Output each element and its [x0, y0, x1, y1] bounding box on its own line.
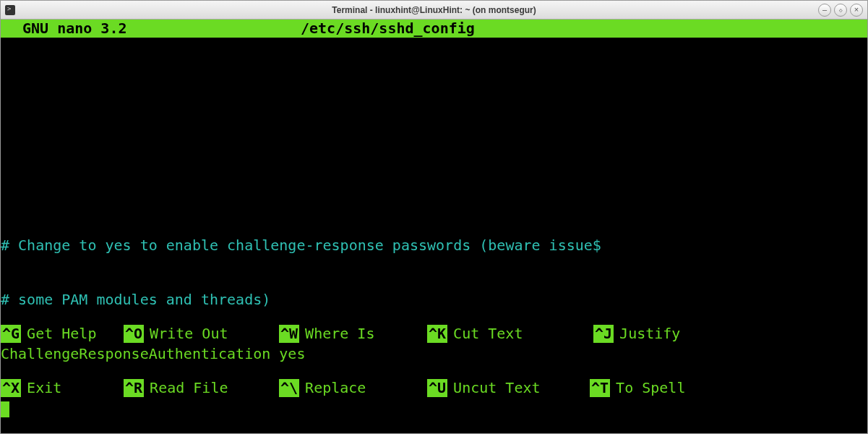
shortcut-write-out[interactable]: ^OWrite Out	[124, 325, 279, 343]
key-label: ^U	[427, 379, 447, 397]
shortcut-label: Exit	[21, 379, 67, 397]
shortcut-justify[interactable]: ^JJustify	[593, 325, 686, 343]
blank-line	[1, 182, 867, 200]
shortcut-to-spell[interactable]: ^TTo Spell	[590, 379, 691, 397]
shortcut-label: Write Out	[144, 325, 233, 343]
shortcut-label: Justify	[614, 325, 686, 343]
window-title: Terminal - linuxhint@LinuxHint: ~ (on mo…	[332, 5, 536, 15]
key-label: ^J	[593, 325, 614, 343]
shortcut-row-2: ^XExit ^RRead File ^\Replace ^UUncut Tex…	[1, 379, 867, 397]
blank-line	[1, 128, 867, 146]
nano-file-path: /etc/ssh/sshd_config	[301, 20, 475, 38]
key-label: ^\	[279, 379, 299, 397]
minimize-button[interactable]: –	[818, 4, 831, 17]
close-button[interactable]: ×	[850, 4, 863, 17]
shortcut-cut-text[interactable]: ^KCut Text	[427, 325, 593, 343]
key-label: ^K	[427, 325, 447, 343]
shortcut-label: Get Help	[21, 325, 102, 343]
key-label: ^G	[1, 325, 21, 343]
shortcut-label: Replace	[299, 379, 371, 397]
shortcut-where-is[interactable]: ^WWhere Is	[279, 325, 427, 343]
key-label: ^R	[124, 379, 144, 397]
maximize-button[interactable]: ⬦	[834, 4, 847, 17]
shortcut-row-1: ^GGet Help ^OWrite Out ^WWhere Is ^KCut …	[1, 325, 867, 343]
key-label: ^X	[1, 379, 21, 397]
titlebar-left	[5, 5, 15, 15]
shortcut-get-help[interactable]: ^GGet Help	[1, 325, 124, 343]
terminal-window: Terminal - linuxhint@LinuxHint: ~ (on mo…	[0, 0, 868, 434]
window-titlebar: Terminal - linuxhint@LinuxHint: ~ (on mo…	[1, 1, 867, 20]
key-label: ^W	[279, 325, 299, 343]
nano-app-name: GNU nano 3.2	[1, 20, 127, 38]
blank-line	[1, 74, 867, 92]
shortcut-label: Read File	[144, 379, 233, 397]
nano-shortcuts: ^GGet Help ^OWrite Out ^WWhere Is ^KCut …	[1, 289, 867, 433]
shortcut-label: To Spell	[610, 379, 691, 397]
key-label: ^O	[124, 325, 144, 343]
key-label: ^T	[590, 379, 610, 397]
shortcut-uncut-text[interactable]: ^UUncut Text	[427, 379, 590, 397]
shortcut-label: Where Is	[299, 325, 380, 343]
window-controls: – ⬦ ×	[818, 4, 863, 17]
shortcut-label: Cut Text	[447, 325, 528, 343]
shortcut-exit[interactable]: ^XExit	[1, 379, 124, 397]
shortcut-replace[interactable]: ^\Replace	[279, 379, 427, 397]
shortcut-label: Uncut Text	[447, 379, 546, 397]
terminal-icon	[5, 5, 15, 15]
shortcut-read-file[interactable]: ^RRead File	[124, 379, 279, 397]
nano-header: GNU nano 3.2 /etc/ssh/sshd_config	[1, 20, 867, 38]
terminal-body[interactable]: GNU nano 3.2 /etc/ssh/sshd_config # Chan…	[1, 20, 867, 433]
comment-line: # Change to yes to enable challenge-resp…	[1, 237, 867, 255]
